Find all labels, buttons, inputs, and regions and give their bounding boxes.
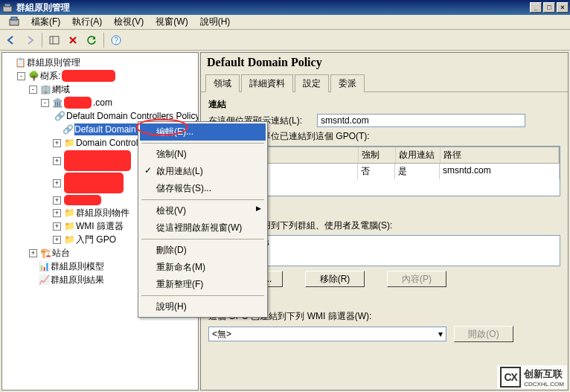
menu-separator [141, 143, 264, 144]
show-tree-button[interactable] [46, 32, 63, 48]
cell-path: smsntd.com [440, 164, 560, 179]
redaction: ██ [64, 97, 92, 109]
location-combo[interactable]: smsntd.com [317, 114, 525, 127]
toolbar-separator [103, 33, 104, 48]
main-area: 📋 群組原則管理 - 🌳 樹系: ████.com [0, 51, 570, 392]
window-title: 群組原則管理 [16, 1, 530, 14]
context-menu: 編輯(E)... 強制(N) 啟用連結(L) 儲存報告(S)... 檢視(V) … [138, 121, 268, 318]
tab-strip: 領域 詳細資料 設定 委派 [201, 74, 568, 92]
svg-rect-3 [11, 17, 17, 20]
menu-separator [141, 239, 264, 240]
ctx-link-enabled[interactable]: 啟用連結(L) [140, 163, 266, 180]
expand-icon[interactable]: + [53, 209, 61, 217]
menu-file[interactable]: 檔案(F) [25, 14, 66, 30]
collapse-icon[interactable]: - [17, 72, 25, 80]
wmi-open-button[interactable]: 開啟(O) [454, 326, 513, 342]
domain-icon: 🏛️ [52, 97, 63, 108]
svg-rect-4 [50, 36, 59, 44]
ctx-help[interactable]: 說明(H) [140, 298, 266, 315]
redaction: ████.com [62, 70, 115, 82]
delete-toolbar-button[interactable] [65, 32, 81, 48]
redaction [64, 173, 124, 193]
close-button[interactable]: × [557, 2, 569, 13]
tree-forest[interactable]: - 🌳 樹系: ████.com [16, 69, 196, 83]
expand-icon[interactable]: + [53, 157, 61, 165]
col-enforced[interactable]: 強制 [359, 147, 396, 163]
svg-rect-1 [4, 4, 10, 7]
ou-icon: 📁 [64, 138, 74, 148]
tab-details[interactable]: 詳細資料 [241, 74, 293, 92]
maximize-button[interactable]: □ [543, 2, 555, 13]
logo-sub: CDCXHL.COM [524, 381, 564, 388]
remove-button[interactable]: 移除(R) [305, 271, 365, 287]
menu-separator [141, 199, 264, 200]
menu-action[interactable]: 執行(A) [66, 14, 108, 30]
refresh-toolbar-button[interactable] [83, 32, 100, 48]
properties-button[interactable]: 內容(P) [387, 271, 446, 287]
tree-domains[interactable]: - 🏢 網域 [28, 83, 196, 96]
title-bar: 群組原則管理 _ □ × [0, 0, 570, 15]
tree-domains-label: 網域 [52, 83, 70, 95]
wmi-combo[interactable]: <無> ▾ [208, 327, 446, 341]
sites-icon: 🏗️ [40, 248, 51, 258]
back-button[interactable] [3, 32, 19, 48]
chevron-down-icon: ▾ [438, 329, 443, 339]
gpo-link-icon: 🔗 [63, 124, 73, 135]
collapse-icon[interactable]: - [41, 99, 49, 107]
ctx-new-window[interactable]: 從這裡開啟新視窗(W) [140, 219, 266, 237]
app-icon [1, 1, 13, 13]
tab-delegation[interactable]: 委派 [330, 74, 365, 92]
tree-sites-label: 站台 [52, 247, 70, 259]
tree-starter-label: 入門 GPO [76, 234, 116, 245]
forward-button[interactable] [22, 32, 38, 48]
folder-icon: 📁 [64, 234, 74, 245]
ctx-refresh[interactable]: 重新整理(F) [140, 276, 266, 293]
col-link-enabled[interactable]: 啟用連結 [396, 147, 441, 163]
tree-wmi-label: WMI 篩選器 [76, 220, 124, 232]
expand-icon[interactable]: + [53, 196, 61, 205]
forest-icon: 🌳 [28, 71, 39, 81]
collapse-icon[interactable]: - [29, 86, 37, 94]
minimize-button[interactable]: _ [530, 2, 542, 13]
expand-icon[interactable]: + [29, 249, 37, 257]
menu-separator [141, 295, 264, 296]
results-icon: 📈 [39, 274, 49, 285]
tree-ddcp-label: Default Domain Controllers Policy [66, 110, 199, 122]
expand-icon[interactable]: + [53, 236, 61, 244]
logo-icon: CX [500, 367, 521, 388]
redaction [64, 195, 101, 205]
tab-settings[interactable]: 設定 [295, 74, 329, 92]
expand-icon[interactable]: + [53, 222, 61, 231]
domains-icon: 🏢 [40, 84, 51, 94]
system-menu-icon[interactable] [3, 14, 25, 30]
ctx-view[interactable]: 檢視(V) [140, 202, 266, 219]
menu-window[interactable]: 視窗(W) [150, 14, 193, 30]
folder-icon: 📁 [64, 208, 74, 218]
svg-text:?: ? [114, 36, 118, 45]
cell-enforced: 否 [358, 164, 395, 179]
ctx-edit[interactable]: 編輯(E)... [140, 123, 266, 141]
ctx-rename[interactable]: 重新命名(M) [140, 259, 266, 276]
watermark-logo: CX 创新互联 CDCXHL.COM [497, 365, 567, 389]
menu-help[interactable]: 說明(H) [194, 14, 237, 30]
details-title: Default Domain Policy [201, 53, 568, 72]
expand-icon[interactable]: + [53, 139, 61, 147]
gpm-icon: 📋 [15, 57, 25, 68]
ctx-save-report[interactable]: 儲存報告(S)... [140, 180, 266, 197]
tree-root[interactable]: 📋 群組原則管理 [4, 56, 196, 69]
tree-domain[interactable]: - 🏛️ ██.com [39, 96, 196, 109]
ctx-delete[interactable]: 刪除(D) [140, 242, 266, 259]
ctx-enforce[interactable]: 強制(N) [140, 146, 266, 163]
tree-root-label: 群組原則管理 [27, 57, 80, 68]
tree-results-label: 群組原則結果 [51, 274, 104, 286]
menu-view[interactable]: 檢視(V) [108, 14, 150, 30]
toolbar-separator [42, 33, 42, 48]
help-toolbar-button[interactable]: ? [108, 32, 124, 48]
wmi-value: <無> [212, 328, 231, 341]
tree-gpo-objects-label: 群組原則物件 [76, 207, 129, 219]
tab-scope[interactable]: 領域 [205, 74, 240, 92]
folder-icon: 📁 [64, 221, 74, 231]
expand-icon[interactable]: + [53, 179, 61, 187]
col-path[interactable]: 路徑 [441, 147, 559, 163]
redaction [64, 150, 131, 171]
